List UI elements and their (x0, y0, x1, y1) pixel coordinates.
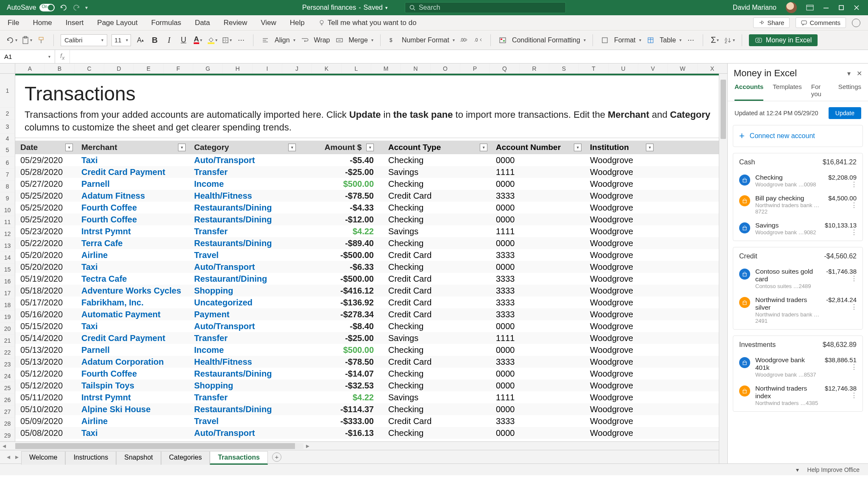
tab-insert[interactable]: Insert (66, 19, 84, 27)
autosave-toggle[interactable]: AutoSave On (7, 4, 55, 11)
col-header[interactable]: N (401, 64, 431, 73)
table-row[interactable]: 05/25/2020Fourth CoffeeRestaurants/Dinin… (15, 202, 727, 214)
select-all-corner[interactable] (0, 64, 15, 73)
font-size-select[interactable]: 11▾ (111, 34, 131, 46)
maximize-icon[interactable] (838, 5, 844, 11)
search-input[interactable]: Search (405, 2, 566, 13)
number-format-dropdown[interactable]: Number Format▾ (402, 36, 455, 44)
number-format-icon[interactable]: $ (387, 35, 398, 46)
row-header[interactable]: 22 (0, 347, 15, 358)
avatar[interactable] (786, 2, 797, 13)
row-header[interactable]: 27 (0, 406, 15, 418)
tab-file[interactable]: File (8, 19, 19, 27)
qat-customize-icon[interactable]: ▾ (85, 5, 88, 11)
row-header[interactable]: 29 (0, 430, 15, 441)
ribbon-mode-icon[interactable] (806, 5, 814, 11)
table-row[interactable]: 05/20/2020AirlineTravel-$500.00Credit Ca… (15, 249, 727, 261)
more-icon[interactable]: ⋮ (851, 180, 857, 189)
col-header[interactable]: B (45, 64, 75, 73)
share-button[interactable]: Share (753, 17, 790, 28)
tell-me-input[interactable]: Tell me what you want to do (318, 19, 417, 27)
table-row[interactable]: 05/25/2020Adatum FitnessHealth/Fitness-$… (15, 190, 727, 202)
name-box[interactable]: A1▾ (0, 50, 55, 63)
col-header[interactable]: S (549, 64, 579, 73)
col-header[interactable]: I (253, 64, 282, 73)
status-dropdown-icon[interactable]: ▾ (796, 466, 799, 473)
account-item[interactable]: SavingsWoodgrove bank …9082 $10,133.13 ⋮ (739, 218, 857, 239)
tab-help[interactable]: Help (290, 19, 305, 27)
table-dropdown[interactable]: Table▾ (660, 36, 682, 44)
fill-color-button[interactable]: ▾ (207, 35, 217, 46)
row-header[interactable]: 7 (0, 169, 15, 180)
panel-tab-settings[interactable]: Settings (838, 83, 861, 101)
money-in-excel-button[interactable]: Money in Excel (749, 34, 818, 46)
panel-tab-templates[interactable]: Templates (773, 83, 801, 101)
wrap-text-button[interactable]: Wrap (314, 36, 330, 44)
vertical-scrollbar[interactable] (719, 74, 727, 463)
account-item[interactable]: Northwind traders indexNorthwind traders… (739, 381, 857, 410)
filter-institution[interactable]: ▾ (646, 144, 654, 151)
more-icon[interactable]: ⋮ (851, 303, 857, 311)
col-header[interactable]: V (638, 64, 668, 73)
table-row[interactable]: 05/10/2020Alpine Ski HouseRestaurants/Di… (15, 403, 727, 415)
sort-filter-icon[interactable]: AZ▾ (724, 35, 735, 46)
tab-home[interactable]: Home (33, 19, 52, 27)
row-header[interactable]: 2 (0, 108, 15, 119)
decrease-decimal-icon[interactable]: .0 (473, 35, 484, 46)
col-header[interactable]: R (520, 64, 549, 73)
row-header[interactable]: 9 (0, 192, 15, 204)
col-header[interactable]: E (134, 64, 164, 73)
merge-dropdown[interactable]: Merge▾ (349, 36, 373, 44)
row-header[interactable]: 21 (0, 335, 15, 347)
merge-icon[interactable] (334, 35, 345, 46)
align-dropdown[interactable]: Align▾ (275, 36, 295, 44)
undo-split-icon[interactable]: ▾ (6, 35, 17, 46)
panel-close-icon[interactable]: ✕ (857, 69, 862, 78)
table-row[interactable]: 05/15/2020TaxiAuto/Transport-$8.40Checki… (15, 320, 727, 332)
table-row[interactable]: 05/09/2020AirlineTravel-$333.00Credit Ca… (15, 415, 727, 427)
row-header[interactable]: 3 (0, 119, 15, 134)
horizontal-scrollbar[interactable]: ◂ ▸ (0, 441, 727, 450)
connect-account-button[interactable]: + Connect new account (733, 125, 863, 147)
col-header[interactable]: G (193, 64, 223, 73)
autosum-icon[interactable]: Σ▾ (710, 35, 720, 46)
panel-tab-foryou[interactable]: For you (811, 83, 829, 101)
table-row[interactable]: 05/08/2020TaxiAuto/Transport-$16.13Check… (15, 427, 727, 439)
row-header[interactable]: 25 (0, 382, 15, 394)
paste-icon[interactable]: ▾ (22, 35, 32, 46)
table-row[interactable]: 05/12/2020Tailspin ToysShopping-$32.53Ch… (15, 380, 727, 391)
cond-format-icon[interactable] (498, 35, 508, 46)
table-row[interactable]: 05/25/2020Fourth CoffeeRestaurants/Dinin… (15, 214, 727, 225)
col-header[interactable]: W (668, 64, 698, 73)
redo-icon[interactable] (72, 4, 80, 11)
more-icon[interactable]: ⋮ (851, 391, 857, 399)
row-header[interactable]: 17 (0, 287, 15, 299)
table-row[interactable]: 05/27/2020ParnellIncome$500.00Checking00… (15, 178, 727, 190)
col-header[interactable]: T (579, 64, 609, 73)
filter-amount[interactable]: ▾ (366, 144, 374, 151)
cond-format-dropdown[interactable]: Conditional Formatting▾ (512, 36, 586, 44)
row-header[interactable]: 4 (0, 134, 15, 143)
format-dropdown[interactable]: Format▾ (614, 36, 641, 44)
table-row[interactable]: 05/18/2020Adventure Works CyclesShopping… (15, 285, 727, 297)
comments-button[interactable]: Comments (796, 17, 846, 28)
col-header[interactable]: Q (490, 64, 520, 73)
account-item[interactable]: CheckingWoodgrove bank …0098 $2,208.09 ⋮ (739, 170, 857, 191)
table-row[interactable]: 05/12/2020Fourth CoffeeRestaurants/Dinin… (15, 368, 727, 380)
col-header[interactable]: J (282, 64, 312, 73)
undo-icon[interactable] (60, 4, 67, 11)
row-header[interactable]: 15 (0, 263, 15, 275)
col-header[interactable]: K (312, 64, 342, 73)
sheet-tab[interactable]: Snapshot (116, 451, 161, 465)
col-header[interactable]: X (698, 64, 727, 73)
tab-formulas[interactable]: Formulas (151, 19, 181, 27)
table-icon[interactable] (645, 35, 656, 46)
row-header[interactable]: 6 (0, 157, 15, 169)
bold-button[interactable]: B (150, 35, 160, 46)
more-styles-icon[interactable]: ⋯ (686, 35, 696, 46)
update-button[interactable]: Update (829, 107, 861, 119)
row-header[interactable]: 10 (0, 204, 15, 216)
col-header[interactable]: O (431, 64, 460, 73)
sheet-tab[interactable]: Welcome (21, 451, 65, 465)
col-header[interactable]: A (15, 64, 45, 73)
